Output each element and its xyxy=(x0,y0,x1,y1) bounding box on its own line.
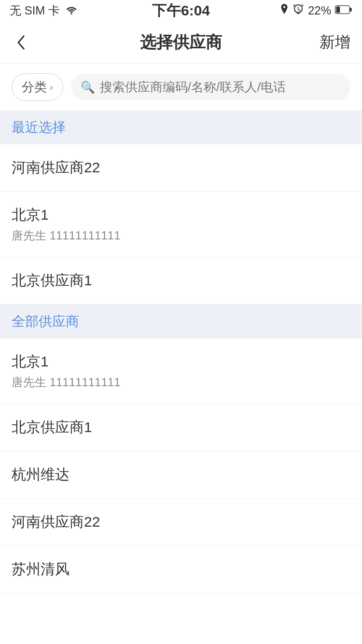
list-item[interactable]: 北京供应商1 xyxy=(0,404,362,451)
list-item[interactable]: 河南供应商22 xyxy=(0,144,362,192)
recent-list: 河南供应商22北京1唐先生 11111111111北京供应商1 xyxy=(0,144,362,305)
battery-icon xyxy=(335,4,352,17)
location-icon xyxy=(280,4,289,17)
supplier-name: 河南供应商22 xyxy=(12,512,350,532)
supplier-name: 北京供应商1 xyxy=(12,418,350,437)
svg-point-0 xyxy=(70,13,72,14)
supplier-contact: 唐先生 11111111111 xyxy=(12,375,350,390)
chevron-right-icon: › xyxy=(50,82,53,93)
page-title: 选择供应商 xyxy=(140,31,222,54)
supplier-name: 河南供应商22 xyxy=(12,158,350,178)
category-label: 分类 xyxy=(22,79,47,96)
list-item[interactable]: 北京供应商1 xyxy=(0,257,362,305)
carrier-text: 无 SIM 卡 xyxy=(10,3,60,18)
svg-rect-3 xyxy=(336,7,340,13)
recent-section-header: 最近选择 xyxy=(0,111,362,144)
search-input[interactable] xyxy=(100,80,341,95)
status-bar: 无 SIM 卡 下午6:04 22% xyxy=(0,0,362,21)
all-section-title: 全部供应商 xyxy=(12,314,79,329)
status-time: 下午6:04 xyxy=(152,1,210,21)
add-button[interactable]: 新增 xyxy=(320,32,350,53)
supplier-name: 杭州维达 xyxy=(12,465,350,485)
supplier-name: 北京1 xyxy=(12,352,350,372)
recent-section-title: 最近选择 xyxy=(12,120,66,135)
all-section-header: 全部供应商 xyxy=(0,305,362,338)
status-right: 22% xyxy=(280,3,352,18)
back-button[interactable] xyxy=(12,29,31,56)
nav-bar: 选择供应商 新增 xyxy=(0,21,362,64)
list-item[interactable]: 河南供应商22 xyxy=(0,499,362,546)
list-item[interactable]: 北京1唐先生 11111111111 xyxy=(0,338,362,404)
supplier-contact: 唐先生 11111111111 xyxy=(12,228,350,243)
status-left: 无 SIM 卡 xyxy=(10,3,78,18)
supplier-name: 北京1 xyxy=(12,205,350,225)
list-item[interactable]: 苏州清风 xyxy=(0,546,362,593)
search-icon: 🔍 xyxy=(81,81,95,94)
svg-rect-2 xyxy=(350,8,352,12)
list-item[interactable]: 北京1唐先生 11111111111 xyxy=(0,192,362,257)
list-item[interactable]: 杭州维达 xyxy=(0,451,362,499)
all-list: 北京1唐先生 11111111111北京供应商1杭州维达河南供应商22苏州清风 xyxy=(0,338,362,593)
supplier-name: 苏州清风 xyxy=(12,560,350,579)
supplier-name: 北京供应商1 xyxy=(12,271,350,291)
alarm-icon xyxy=(292,3,304,18)
wifi-icon xyxy=(65,4,78,17)
category-button[interactable]: 分类 › xyxy=(12,73,63,101)
battery-text: 22% xyxy=(308,4,331,17)
search-input-wrap: 🔍 xyxy=(71,74,350,100)
search-area: 分类 › 🔍 xyxy=(0,64,362,111)
